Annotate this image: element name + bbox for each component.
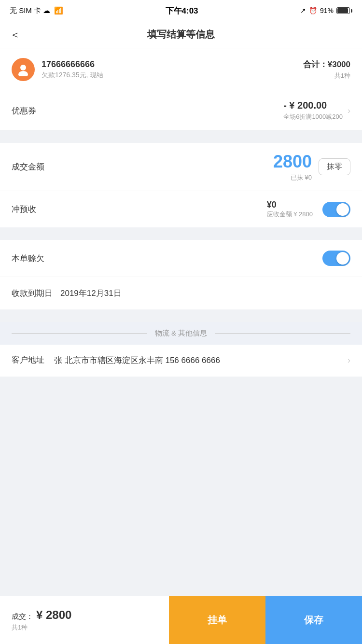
address-label: 客户地址 xyxy=(12,354,46,365)
amount-card: 成交金额 2800 已抹 ¥0 抹零 冲预收 ¥0 应收金额 ¥ 2800 xyxy=(0,143,362,227)
advance-toggle[interactable] xyxy=(322,202,350,217)
user-right: 合计：¥3000 共1种 xyxy=(303,59,350,80)
chevron-right-icon: › xyxy=(348,355,350,365)
bottom-buttons: 挂单 保存 xyxy=(169,596,362,644)
alarm-icon: ⏰ xyxy=(309,7,317,14)
hang-button[interactable]: 挂单 xyxy=(169,596,265,644)
round-button[interactable]: 抹零 xyxy=(319,158,350,175)
svg-point-0 xyxy=(20,65,26,70)
gray-divider-3 xyxy=(0,315,362,322)
arrear-row: 本单赊欠 xyxy=(0,240,362,277)
gray-divider-2 xyxy=(0,233,362,240)
deal-amount-row: 成交金额 2800 已抹 ¥0 抹零 xyxy=(0,143,362,191)
due-date-row: 收款到期日 2019年12月31日 xyxy=(0,277,362,309)
deal-amount-right: 2800 已抹 ¥0 抹零 xyxy=(273,152,350,182)
bottom-count: 共1种 xyxy=(12,623,157,632)
bottom-summary-top: 成交： ¥ 2800 xyxy=(12,608,157,622)
status-bar: 无 SIM 卡 ☁ 📶 下午4:03 ↗ ⏰ 91% xyxy=(0,0,362,21)
user-sub: 欠款1276.35元, 现结 xyxy=(42,71,103,80)
bottom-bar: 成交： ¥ 2800 共1种 挂单 保存 xyxy=(0,596,362,644)
logistics-header-text: 物流 & 其他信息 xyxy=(155,329,207,338)
deal-amount-label: 成交金额 xyxy=(12,161,44,172)
due-date-label: 收款到期日 xyxy=(12,288,53,299)
user-info-card: 17666666666 欠款1276.35元, 现结 合计：¥3000 共1种 … xyxy=(0,48,362,130)
gray-divider-1 xyxy=(0,136,362,143)
user-total: 合计：¥3000 xyxy=(303,59,350,70)
page-title: 填写结算等信息 xyxy=(147,28,215,41)
status-left: 无 SIM 卡 ☁ 📶 xyxy=(10,6,63,15)
deal-amount-value: 2800 xyxy=(273,152,312,172)
bottom-deal-amount: ¥ 2800 xyxy=(36,608,71,622)
user-phone: 17666666666 xyxy=(42,59,103,70)
avatar xyxy=(12,58,35,81)
nav-bar: ＜ 填写结算等信息 xyxy=(0,21,362,48)
advance-amount: ¥0 xyxy=(267,200,313,210)
advance-sub: 应收金额 ¥ 2800 xyxy=(267,210,313,219)
save-button[interactable]: 保存 xyxy=(265,596,362,644)
user-info: 17666666666 欠款1276.35元, 现结 xyxy=(42,59,103,80)
address-row[interactable]: 客户地址 张 北京市市辖区海淀区永丰南 156 6666 6666 › xyxy=(0,345,362,377)
arrear-card: 本单赊欠 收款到期日 2019年12月31日 xyxy=(0,240,362,309)
advance-row: 冲预收 ¥0 应收金额 ¥ 2800 xyxy=(0,191,362,227)
svg-point-1 xyxy=(18,71,28,76)
deal-amount-sub: 已抹 ¥0 xyxy=(273,173,312,182)
battery-icon xyxy=(336,7,352,14)
status-right: ↗ ⏰ 91% xyxy=(300,7,352,14)
chevron-right-icon: › xyxy=(348,106,350,116)
wifi-icon: 📶 xyxy=(54,6,63,15)
user-left: 17666666666 欠款1276.35元, 现结 xyxy=(12,58,103,81)
address-value: 张 北京市市辖区海淀区永丰南 156 6666 6666 xyxy=(54,354,340,367)
arrear-label: 本单赊欠 xyxy=(12,253,44,264)
bottom-summary: 成交： ¥ 2800 共1种 xyxy=(0,608,169,632)
due-date-value: 2019年12月31日 xyxy=(60,288,122,299)
main-content: 17666666666 欠款1276.35元, 现结 合计：¥3000 共1种 … xyxy=(0,48,362,527)
user-row: 17666666666 欠款1276.35元, 现结 合计：¥3000 共1种 xyxy=(0,48,362,91)
location-icon: ↗ xyxy=(300,7,306,14)
advance-label: 冲预收 xyxy=(12,204,36,215)
coupon-desc: 全场6折满1000减200 xyxy=(283,112,343,121)
arrear-toggle[interactable] xyxy=(322,251,350,266)
logistics-header: 物流 & 其他信息 xyxy=(0,322,362,345)
empty-space xyxy=(0,382,362,479)
coupon-amount: - ¥ 200.00 xyxy=(283,100,343,111)
header-line-left xyxy=(12,333,147,334)
battery-percent: 91% xyxy=(320,7,334,14)
status-time: 下午4:03 xyxy=(166,5,198,16)
sim-label: 无 SIM 卡 ☁ xyxy=(10,6,50,15)
user-count: 共1种 xyxy=(303,71,350,80)
coupon-label: 优惠券 xyxy=(12,105,36,116)
back-button[interactable]: ＜ xyxy=(6,24,24,46)
address-card: 客户地址 张 北京市市辖区海淀区永丰南 156 6666 6666 › xyxy=(0,345,362,377)
coupon-row[interactable]: 优惠券 - ¥ 200.00 全场6折满1000减200 › xyxy=(0,91,362,130)
header-line-right xyxy=(215,333,350,334)
bottom-deal-label: 成交： xyxy=(12,612,33,621)
advance-right: ¥0 应收金额 ¥ 2800 xyxy=(267,200,350,219)
